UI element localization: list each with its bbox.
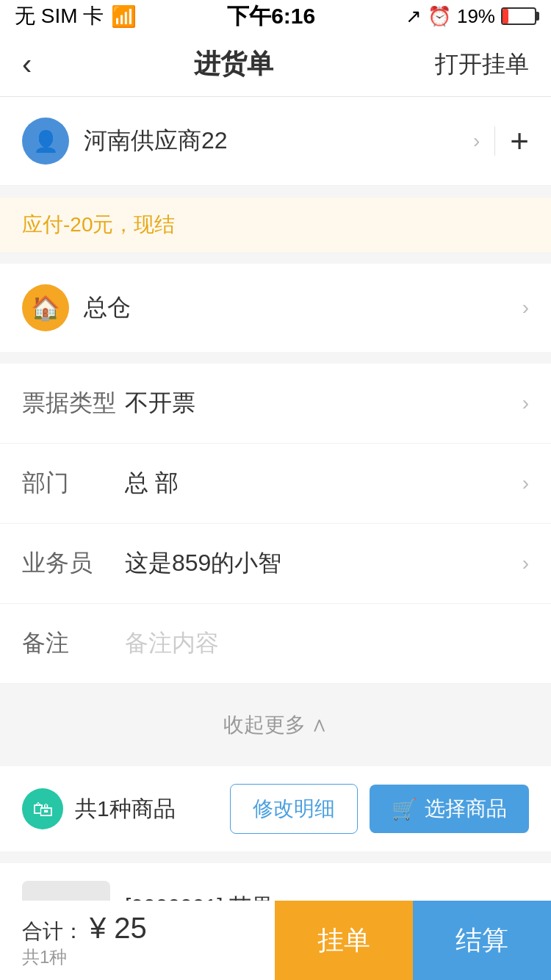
supplier-card: 👤 河南供应商22 › + bbox=[0, 97, 551, 186]
supplier-name: 河南供应商22 bbox=[84, 125, 473, 157]
products-card: 🛍 共1种商品 修改明细 🛒 选择商品 bbox=[0, 766, 551, 851]
nav-bar: ‹ 进货单 打开挂单 bbox=[0, 32, 551, 97]
dept-value: 总 部 bbox=[125, 467, 522, 500]
status-left: 无 SIM 卡 📶 bbox=[15, 2, 137, 30]
alarm-icon: ⏰ bbox=[428, 5, 451, 28]
remark-row[interactable]: 备注 备注内容 bbox=[0, 604, 551, 684]
supplier-actions: › + bbox=[473, 123, 529, 159]
content: 👤 河南供应商22 › + 应付-20元，现结 🏠 总仓 › 票据类型 不开票 … bbox=[0, 97, 551, 980]
bottom-total: 合计： ¥ 25 共1种 bbox=[0, 901, 275, 980]
dept-label: 部门 bbox=[22, 467, 125, 500]
chevron-right-icon: › bbox=[473, 129, 480, 153]
cart-icon: 🛒 bbox=[392, 797, 417, 821]
remark-label: 备注 bbox=[22, 627, 125, 660]
warehouse-row[interactable]: 🏠 总仓 › bbox=[0, 264, 551, 352]
collapse-bar[interactable]: 收起更多 ∧ bbox=[0, 696, 551, 754]
status-right: ↗ ⏰ 19% bbox=[406, 5, 536, 28]
person-icon: 👤 bbox=[33, 129, 59, 154]
chevron-right-icon: › bbox=[522, 296, 529, 320]
battery-icon bbox=[501, 7, 536, 25]
collapse-label: 收起更多 ∧ bbox=[223, 711, 328, 739]
wifi-icon: 📶 bbox=[111, 4, 137, 29]
checkout-button[interactable]: 结算 bbox=[413, 901, 551, 980]
invoice-label: 票据类型 bbox=[22, 387, 125, 419]
battery-text: 19% bbox=[457, 5, 495, 28]
select-product-button[interactable]: 🛒 选择商品 bbox=[370, 785, 529, 833]
sales-value: 这是859的小智 bbox=[125, 547, 522, 580]
total-sub-label: 共1种 bbox=[22, 945, 253, 969]
remark-placeholder: 备注内容 bbox=[125, 627, 529, 660]
home-icon: 🏠 bbox=[31, 294, 60, 322]
edit-details-button[interactable]: 修改明细 bbox=[230, 784, 358, 834]
invoice-row[interactable]: 票据类型 不开票 › bbox=[0, 364, 551, 444]
shopping-icon: 🛍 bbox=[32, 797, 53, 821]
product-icon: 🛍 bbox=[22, 788, 63, 829]
total-amount: ¥ 25 bbox=[90, 912, 147, 945]
status-bar: 无 SIM 卡 📶 下午6:16 ↗ ⏰ 19% bbox=[0, 0, 551, 32]
product-count: 共1种商品 bbox=[75, 794, 218, 824]
total-label: 合计： bbox=[22, 918, 84, 945]
warehouse-name: 总仓 bbox=[84, 292, 522, 324]
page-title: 进货单 bbox=[194, 46, 273, 82]
hang-button[interactable]: 挂单 bbox=[275, 901, 413, 980]
bottom-bar: 合计： ¥ 25 共1种 挂单 结算 bbox=[0, 901, 551, 980]
sales-row[interactable]: 业务员 这是859的小智 › bbox=[0, 524, 551, 604]
open-hang-button[interactable]: 打开挂单 bbox=[435, 48, 529, 81]
supplier-avatar: 👤 bbox=[22, 118, 69, 165]
add-button[interactable]: + bbox=[510, 123, 529, 159]
notice-bar: 应付-20元，现结 bbox=[0, 198, 551, 252]
select-product-label: 选择商品 bbox=[425, 795, 507, 823]
chevron-right-icon: › bbox=[522, 552, 529, 575]
chevron-right-icon: › bbox=[522, 472, 529, 495]
chevron-right-icon: › bbox=[522, 392, 529, 415]
product-header: 🛍 共1种商品 修改明细 🛒 选择商品 bbox=[0, 766, 551, 851]
sales-label: 业务员 bbox=[22, 547, 125, 580]
dept-row[interactable]: 部门 总 部 › bbox=[0, 444, 551, 524]
form-card: 票据类型 不开票 › 部门 总 部 › 业务员 这是859的小智 › 备注 备注… bbox=[0, 364, 551, 684]
location-icon: ↗ bbox=[406, 5, 422, 28]
invoice-value: 不开票 bbox=[125, 387, 522, 419]
sim-text: 无 SIM 卡 bbox=[15, 2, 104, 30]
back-button[interactable]: ‹ bbox=[22, 48, 32, 81]
bottom-actions: 挂单 结算 bbox=[275, 901, 551, 980]
supplier-row[interactable]: 👤 河南供应商22 › + bbox=[0, 97, 551, 186]
warehouse-icon: 🏠 bbox=[22, 284, 69, 331]
warehouse-card: 🏠 总仓 › bbox=[0, 264, 551, 352]
status-time: 下午6:16 bbox=[227, 1, 315, 32]
